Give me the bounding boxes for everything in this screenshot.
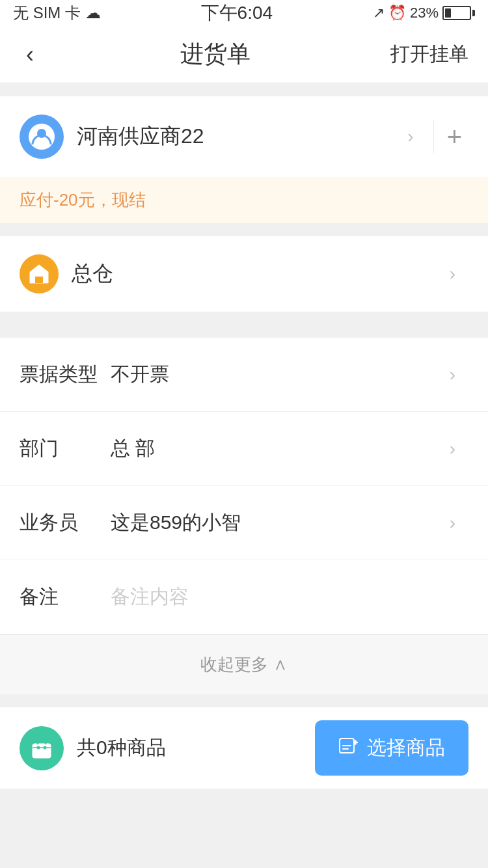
warehouse-card: 总仓 › (0, 236, 488, 312)
svg-rect-1 (35, 277, 43, 283)
collapse-bar[interactable]: 收起更多 ∧ (0, 634, 488, 694)
status-right: ↗ ⏰ 23% (373, 5, 475, 21)
invoice-type-label: 票据类型 (20, 361, 111, 388)
salesperson-chevron-icon: › (450, 513, 455, 534)
bottom-bar: 共0种商品 选择商品 (0, 707, 488, 789)
select-goods-icon (338, 735, 360, 761)
department-row[interactable]: 部门 总 部 › (0, 412, 488, 486)
invoice-type-row[interactable]: 票据类型 不开票 › (0, 338, 488, 412)
salesperson-row[interactable]: 业务员 这是859的小智 › (0, 486, 488, 560)
location-icon: ↗ (373, 5, 385, 21)
avatar (20, 115, 64, 159)
supplier-divider (433, 120, 434, 153)
notice-bar: 应付-20元，现结 (0, 177, 488, 223)
user-icon (29, 124, 55, 150)
page-title: 进货单 (180, 38, 251, 70)
svg-point-4 (44, 746, 47, 749)
select-goods-label: 选择商品 (367, 735, 445, 761)
remark-input[interactable]: 备注内容 (111, 584, 468, 610)
select-goods-button[interactable]: 选择商品 (315, 720, 468, 776)
department-chevron-icon: › (450, 439, 455, 459)
top-divider (0, 83, 488, 96)
open-pending-button[interactable]: 打开挂单 (390, 41, 468, 68)
svg-point-3 (37, 746, 40, 749)
goods-count: 共0种商品 (77, 735, 315, 761)
department-label: 部门 (20, 435, 111, 462)
department-value: 总 部 (111, 435, 450, 462)
invoice-type-value: 不开票 (111, 361, 450, 388)
salesperson-label: 业务员 (20, 509, 111, 536)
svg-rect-2 (33, 744, 51, 758)
warehouse-icon (20, 254, 59, 293)
form-section: 票据类型 不开票 › 部门 总 部 › 业务员 这是859的小智 › 备注 备注… (0, 338, 488, 694)
battery-indicator (442, 6, 475, 20)
supplier-card: 河南供应商22 › + 应付-20元，现结 (0, 96, 488, 223)
remark-label: 备注 (20, 584, 111, 610)
battery-percent: 23% (410, 5, 439, 21)
warehouse-chevron-icon: › (450, 264, 455, 284)
invoice-type-chevron-icon: › (450, 364, 455, 385)
status-time: 下午6:04 (201, 1, 273, 25)
alarm-icon: ⏰ (388, 5, 406, 21)
back-button[interactable]: ‹ (20, 34, 40, 75)
sim-status: 无 SIM 卡 ☁ (13, 3, 101, 23)
supplier-name: 河南供应商22 (77, 122, 407, 151)
salesperson-value: 这是859的小智 (111, 509, 450, 536)
supplier-chevron-icon: › (407, 126, 413, 147)
page-background (0, 789, 488, 868)
divider-1 (0, 223, 488, 236)
warehouse-row[interactable]: 总仓 › (0, 236, 488, 312)
remark-row[interactable]: 备注 备注内容 (0, 560, 488, 634)
status-bar: 无 SIM 卡 ☁ 下午6:04 ↗ ⏰ 23% (0, 0, 488, 26)
add-supplier-button[interactable]: + (441, 122, 468, 152)
supplier-row[interactable]: 河南供应商22 › + (0, 96, 488, 177)
divider-2 (0, 312, 488, 325)
warehouse-name: 总仓 (72, 260, 450, 288)
nav-bar: ‹ 进货单 打开挂单 (0, 26, 488, 83)
goods-icon (20, 726, 64, 770)
status-left: 无 SIM 卡 ☁ (13, 3, 101, 23)
